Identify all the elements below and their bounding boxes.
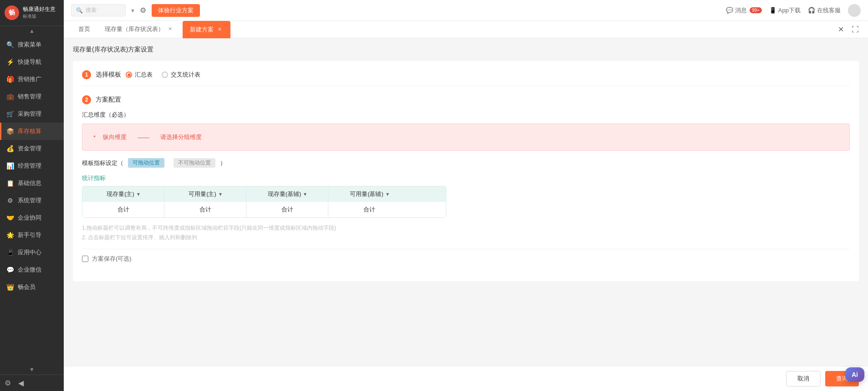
sidebar-item-basic-info[interactable]: 📋 基础信息: [0, 175, 64, 192]
tab-home-label: 首页: [78, 25, 90, 33]
col-1-dropdown[interactable]: ▾: [219, 191, 222, 197]
sidebar-item-finance[interactable]: 💰 资金管理: [0, 140, 64, 157]
step2-title: 方案配置: [96, 96, 121, 104]
sidebar-item-label: 销售管理: [18, 93, 41, 101]
settings-icon[interactable]: ⚙: [5, 379, 11, 387]
enterprise-icon: 🤝: [6, 214, 14, 222]
topbar-search[interactable]: 🔍 搜索: [71, 4, 126, 16]
user-avatar[interactable]: [848, 4, 861, 17]
cancel-button[interactable]: 取消: [786, 371, 821, 386]
stats-col-0: 现存量(主) ▾: [82, 186, 164, 202]
industry-btn[interactable]: 体验行业方案: [152, 4, 200, 17]
tab-new-scheme-close[interactable]: ✕: [216, 26, 223, 33]
radio-summary-circle: [126, 72, 132, 78]
stats-title: 统计指标: [82, 174, 850, 182]
app-center-icon: 📱: [6, 248, 14, 257]
phone-icon: 📱: [769, 7, 776, 14]
dimension-dash: ——: [138, 134, 149, 141]
step1-header: 1 选择模板 汇总表 交叉统计表: [82, 70, 850, 79]
app-download-btn[interactable]: 📱 App下载: [769, 6, 801, 15]
tab-inventory-close[interactable]: ✕: [167, 26, 174, 32]
sidebar-item-sales[interactable]: 💼 销售管理: [0, 88, 64, 105]
sidebar-item-label: 搜索菜单: [18, 41, 41, 49]
topbar: 🔍 搜索 ▾ ⚙ 体验行业方案 💬 消息 99+ 📱 App下载 🎧 在线客服: [64, 0, 868, 21]
step2-num: 2: [82, 95, 91, 104]
sidebar-item-business[interactable]: 📊 经营管理: [0, 157, 64, 175]
topbar-left: 🔍 搜索 ▾ ⚙ 体验行业方案: [71, 4, 200, 17]
sales-icon: 💼: [6, 93, 14, 101]
dimension-area[interactable]: * 纵向维度 —— 请选择分组维度: [82, 123, 850, 151]
customer-service-btn[interactable]: 🎧 在线客服: [808, 6, 841, 15]
sidebar-bottom: ⚙ ◀: [0, 375, 64, 391]
sidebar-item-enterprise[interactable]: 🤝 企业协同: [0, 209, 64, 226]
sidebar-item-inventory[interactable]: 📦 库存核算: [0, 123, 64, 140]
sidebar-item-label: 快捷导航: [18, 58, 41, 66]
sidebar-item-label: 企业协同: [18, 214, 41, 222]
radio-cross-circle: [162, 72, 168, 78]
stats-col-3: 可用量(基辅) ▾: [328, 186, 410, 202]
tab-close-btn[interactable]: ✕: [835, 24, 846, 35]
sidebar-item-search[interactable]: 🔍 搜索菜单: [0, 36, 64, 53]
sidebar-scroll-up[interactable]: ▲: [0, 26, 64, 36]
tab-expand-btn[interactable]: ⛶: [850, 24, 861, 35]
tab-inventory-label: 现存量（库存状况表）: [105, 25, 164, 33]
main-area: 🔍 搜索 ▾ ⚙ 体验行业方案 💬 消息 99+ 📱 App下载 🎧 在线客服: [64, 0, 868, 391]
tab-home[interactable]: 首页: [71, 21, 97, 38]
tab-new-scheme[interactable]: 新建方案 ✕: [183, 21, 230, 38]
messages-btn[interactable]: 💬 消息 99+: [726, 6, 762, 15]
customer-service-label: 在线客服: [817, 6, 841, 15]
stats-table: 现存量(主) ▾ 可用量(主) ▾ 现存量(基辅) ▾: [82, 186, 446, 218]
basic-info-icon: 📋: [6, 179, 14, 187]
stats-cell-1: 合计: [164, 202, 246, 217]
indicator-label-suffix: ）: [220, 159, 226, 167]
inventory-icon: 📦: [6, 127, 14, 135]
sidebar: 畅 畅康通好生意 标准版 ▲ 🔍 搜索菜单 ⚡ 快捷导航 🎁 营销推广 💼 销售…: [0, 0, 64, 391]
stats-section: 统计指标 现存量(主) ▾ 可用量(主) ▾: [82, 174, 850, 218]
sidebar-item-purchase[interactable]: 🛒 采购管理: [0, 105, 64, 123]
tab-inventory-status[interactable]: 现存量（库存状况表） ✕: [97, 21, 181, 38]
app-logo: 畅 畅康通好生意 标准版: [0, 0, 64, 26]
sidebar-item-member[interactable]: 👑 畅会员: [0, 278, 64, 296]
col-2-dropdown[interactable]: ▾: [304, 191, 306, 197]
sidebar-item-wechat[interactable]: 💬 企业微信: [0, 261, 64, 278]
search-placeholder: 搜索: [86, 6, 97, 14]
radio-summary[interactable]: 汇总表: [126, 71, 153, 79]
dropdown-icon[interactable]: ▾: [131, 7, 134, 14]
tab-new-scheme-label: 新建方案: [190, 26, 214, 34]
headset-icon: 🎧: [808, 7, 815, 14]
sidebar-item-label: 基础信息: [18, 179, 41, 187]
col-0-dropdown[interactable]: ▾: [137, 191, 140, 197]
page-title: 现存量(库存状况表)方案设置: [73, 46, 859, 54]
dimension-placeholder: 请选择分组维度: [160, 133, 202, 141]
stats-table-header: 现存量(主) ▾ 可用量(主) ▾ 现存量(基辅) ▾: [82, 186, 446, 202]
settings-icon[interactable]: ⚙: [140, 6, 146, 15]
sidebar-item-label: 库存核算: [18, 127, 41, 135]
collapse-icon[interactable]: ◀: [18, 379, 24, 387]
tips-section: 1.拖动标题栏可以调整布局，不可跨维度或指标区域拖动栏目字段(只能在同一维度或指…: [82, 224, 850, 242]
guide-icon: 🌟: [6, 231, 14, 239]
messages-label: 消息: [735, 6, 747, 15]
sidebar-item-app-center[interactable]: 📱 应用中心: [0, 244, 64, 261]
sidebar-item-quick-nav[interactable]: ⚡ 快捷导航: [0, 53, 64, 71]
tabs-actions: ✕ ⛶: [835, 24, 861, 35]
sidebar-item-guide[interactable]: 🌟 新手引导: [0, 226, 64, 244]
col-3-dropdown[interactable]: ▾: [386, 191, 389, 197]
tip-1: 2. 点击标题栏下拉可设置排序、插入列和删除列: [82, 234, 850, 242]
message-icon: 💬: [726, 7, 733, 14]
member-icon: 👑: [6, 283, 14, 291]
stats-col-1: 可用量(主) ▾: [164, 186, 246, 202]
step1-num: 1: [82, 70, 91, 79]
ai-float-button[interactable]: Ai: [845, 367, 864, 382]
wechat-icon: 💬: [6, 266, 14, 274]
purchase-icon: 🛒: [6, 110, 14, 118]
sidebar-nav: 🔍 搜索菜单 ⚡ 快捷导航 🎁 营销推广 💼 销售管理 🛒 采购管理 📦 库存核…: [0, 36, 64, 365]
sidebar-item-marketing[interactable]: 🎁 营销推广: [0, 71, 64, 88]
save-checkbox[interactable]: [82, 256, 88, 262]
stats-col-3-label: 可用量(基辅): [350, 190, 383, 198]
radio-cross[interactable]: 交叉统计表: [162, 71, 200, 79]
step1-section: 1 选择模板 汇总表 交叉统计表: [82, 70, 850, 86]
sidebar-item-system[interactable]: ⚙ 系统管理: [0, 192, 64, 209]
sidebar-item-label: 应用中心: [18, 248, 41, 257]
stats-cell-0: 合计: [82, 202, 164, 217]
sidebar-scroll-down[interactable]: ▼: [0, 365, 64, 375]
